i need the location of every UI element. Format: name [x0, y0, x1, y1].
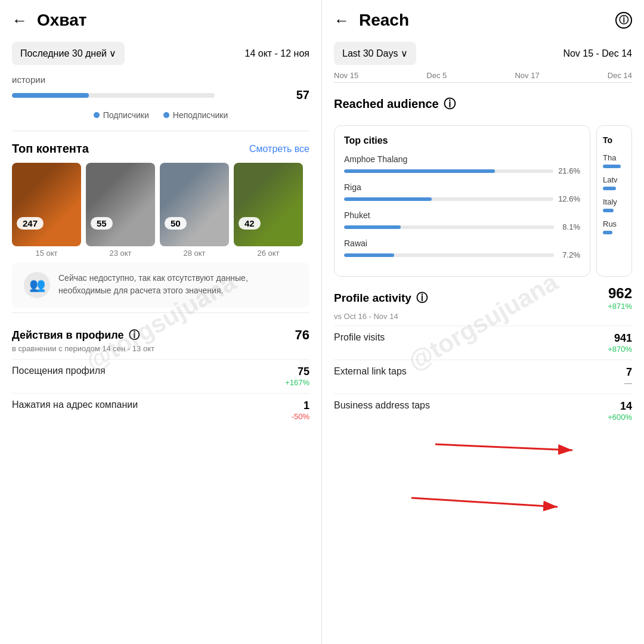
left-header: ← Охват — [0, 0, 321, 36]
top-content-title: Топ контента — [12, 142, 89, 156]
city-name-2: Phuket — [344, 210, 580, 220]
city-bar-container-1: 12.6% — [344, 194, 580, 203]
right-panel: ← Reach ⓘ Last 30 Days ∨ Nov 15 - Dec 14… — [322, 0, 644, 644]
left-back-button[interactable]: ← — [12, 11, 27, 30]
right-stat-change-0: +870% — [608, 345, 632, 354]
right-date-filter-button[interactable]: Last 30 Days ∨ — [334, 42, 416, 65]
legend-dot-subscribers — [94, 112, 100, 118]
photo-col-2: 50 28 окт — [160, 163, 229, 258]
right-stat-values-2: 14 +600% — [608, 400, 632, 422]
stories-bar-outer — [12, 93, 215, 98]
photo-item-2[interactable]: 50 — [160, 163, 229, 246]
right-stat-label-0: Profile visits — [334, 332, 385, 343]
left-profile-value: 76 — [295, 327, 309, 343]
partial-city-bar-3 — [603, 231, 612, 234]
partial-city-bar-0 — [603, 165, 621, 168]
left-stat-number-1: 1 — [292, 400, 309, 412]
city-bar-inner-3 — [344, 253, 394, 257]
left-panel: ← Охват Последние 30 дней ∨ 14 окт - 12 … — [0, 0, 322, 644]
photo-badge-0: 247 — [17, 217, 44, 230]
city-bar-outer-2 — [344, 225, 554, 229]
unavailable-text: Сейчас недоступно, так как отсутствуют д… — [58, 272, 298, 297]
photo-item-0[interactable]: 247 — [12, 163, 81, 246]
cities-row: Top cities Amphoe Thalang 21.6% Riga — [322, 125, 644, 277]
right-info-icon[interactable]: ⓘ — [615, 12, 632, 29]
right-stat-change-1: — — [624, 379, 632, 388]
chart-divider — [334, 82, 632, 83]
divider-2 — [12, 312, 309, 313]
partial-city-1: Latv — [603, 175, 626, 190]
right-header: ← Reach ⓘ — [322, 0, 644, 36]
right-stat-label-1: External link taps — [334, 366, 407, 377]
top-content-header: Топ контента Смотреть все — [0, 136, 321, 160]
chart-label-1: Dec 5 — [426, 71, 447, 80]
partial-card: To Tha Latv Italy Rus — [596, 125, 632, 277]
chart-label-3: Dec 14 — [608, 71, 632, 80]
photo-badge-1: 55 — [91, 217, 113, 230]
city-pct-2: 8.1% — [559, 222, 580, 231]
city-bar-inner-0 — [344, 169, 495, 173]
reached-info-icon[interactable]: ⓘ — [444, 96, 456, 112]
photo-date-1: 23 окт — [109, 249, 131, 258]
right-stat-row-0: Profile visits 941 +870% — [334, 326, 632, 360]
city-name-3: Rawai — [344, 239, 580, 248]
right-stat-label-2: Business address taps — [334, 400, 430, 411]
partial-city-name-3: Rus — [603, 219, 626, 228]
partial-city-bar-1 — [603, 187, 616, 190]
city-bar-container-0: 21.6% — [344, 166, 580, 175]
legend-non-subscribers: Неподписчики — [163, 110, 228, 120]
left-filter-row: Последние 30 дней ∨ 14 окт - 12 ноя — [0, 36, 321, 69]
photo-date-3: 26 окт — [257, 249, 279, 258]
legend-subscribers-label: Подписчики — [103, 110, 149, 120]
pa-sub: vs Oct 16 - Nov 14 — [334, 312, 632, 321]
photo-badge-2: 50 — [165, 217, 187, 230]
left-profile-title-text: Действия в профиле — [12, 329, 124, 342]
stories-bar-container: 57 — [12, 88, 309, 102]
legend-dot-non-subscribers — [163, 112, 169, 118]
photo-date-2: 28 окт — [183, 249, 205, 258]
city-bar-outer-1 — [344, 197, 553, 201]
photo-date-0: 15 окт — [35, 249, 57, 258]
right-profile-activity: Profile activity ⓘ 962 +871% vs Oct 16 -… — [322, 277, 644, 431]
photo-item-3[interactable]: 42 — [234, 163, 303, 246]
partial-city-name-1: Latv — [603, 175, 626, 184]
partial-city-3: Rus — [603, 219, 626, 234]
right-stat-values-0: 941 +870% — [608, 332, 632, 354]
pa-info-icon[interactable]: ⓘ — [416, 290, 428, 306]
right-back-button[interactable]: ← — [334, 11, 349, 30]
left-date-filter-button[interactable]: Последние 30 дней ∨ — [12, 42, 125, 65]
right-stat-change-2: +600% — [608, 413, 632, 422]
left-profile-section: Действия в профиле ⓘ 76 в сравнении с пе… — [0, 318, 321, 431]
reached-section: Reached audience ⓘ — [322, 88, 644, 125]
photo-item-1[interactable]: 55 — [86, 163, 155, 246]
left-stat-change-0: +167% — [285, 378, 309, 387]
see-all-link[interactable]: Смотреть все — [249, 144, 309, 154]
reached-title: Reached audience ⓘ — [334, 96, 632, 112]
svg-line-3 — [411, 498, 558, 507]
city-pct-3: 7.2% — [559, 250, 580, 259]
reached-title-text: Reached audience — [334, 97, 439, 111]
left-stat-number-0: 75 — [285, 366, 309, 378]
svg-line-2 — [435, 444, 572, 450]
city-row-1: Riga 12.6% — [344, 182, 580, 203]
left-stat-label-0: Посещения профиля — [12, 366, 106, 376]
partial-city-2: Italy — [603, 197, 626, 212]
stories-value: 57 — [296, 88, 309, 102]
left-profile-info-icon[interactable]: ⓘ — [129, 328, 140, 342]
photo-col-0: 247 15 окт — [12, 163, 81, 258]
city-row-2: Phuket 8.1% — [344, 210, 580, 231]
left-profile-sub: в сравнении с периодом 14 сен - 13 окт — [12, 344, 309, 353]
cities-card-title: Top cities — [344, 135, 580, 146]
stories-label: истории — [12, 75, 309, 85]
pa-change: +871% — [608, 302, 632, 311]
right-chart-axis: Nov 15 Dec 5 Nov 17 Dec 14 — [322, 69, 644, 82]
left-stat-row-0: Посещения профиля 75 +167% — [12, 359, 309, 393]
partial-city-0: Tha — [603, 153, 626, 168]
city-bar-outer-3 — [344, 253, 554, 257]
legend-non-subscribers-label: Неподписчики — [173, 110, 228, 120]
right-filter-row: Last 30 Days ∨ Nov 15 - Dec 14 — [322, 36, 644, 69]
right-stat-row-1: External link taps 7 — — [334, 360, 632, 394]
left-profile-header: Действия в профиле ⓘ 76 — [12, 327, 309, 343]
pa-value: 962 — [608, 285, 632, 302]
left-date-range: 14 окт - 12 ноя — [244, 48, 309, 59]
